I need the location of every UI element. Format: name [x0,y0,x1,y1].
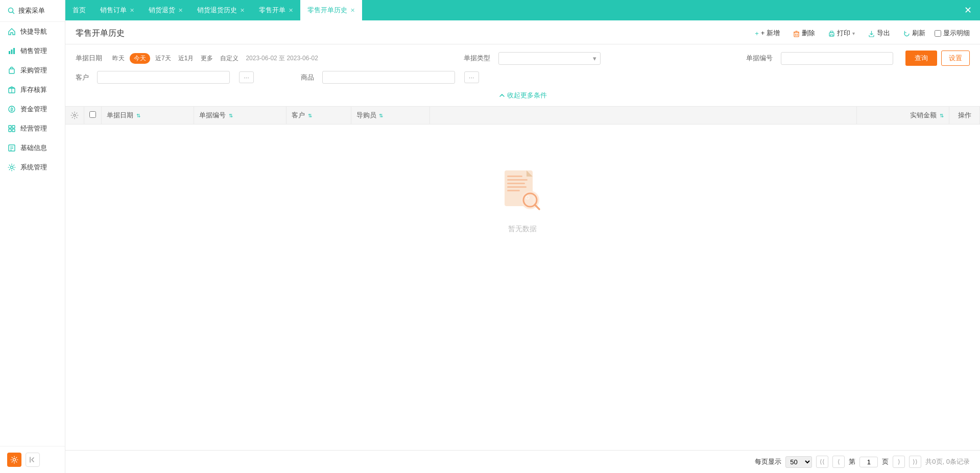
number-filter-input[interactable] [781,52,893,65]
sidebar-item-inventory[interactable]: 库存核算 [0,80,65,99]
sidebar-bottom [0,446,65,473]
svg-rect-27 [830,35,833,36]
tab-sales-return[interactable]: 销货退货 ✕ [141,0,190,20]
svg-point-17 [11,166,13,169]
type-filter-select[interactable] [498,52,601,65]
per-page-select[interactable]: 50 100 200 [785,456,812,468]
goods-filter-input[interactable] [322,71,455,84]
prev-page-button[interactable]: ⟨ [832,456,845,468]
date-btn-7days[interactable]: 近7天 [153,53,173,64]
collapse-sidebar-button[interactable] [26,453,40,467]
add-icon: + [755,30,759,37]
svg-rect-12 [12,129,15,132]
empty-row: 暂无数据 [65,125,980,275]
refresh-label: 刷新 [912,29,925,38]
svg-rect-5 [9,69,14,73]
th-checkbox[interactable] [84,107,102,125]
sidebar-item-quick-nav[interactable]: 快捷导航 [0,22,65,41]
display-detail-checkbox[interactable]: 显示明细 [935,29,970,38]
th-action: 操作 [949,107,980,125]
filter-area: 单据日期 昨天 今天 近7天 近1月 更多 自定义 2023-06-02 至 2… [65,44,980,107]
tab-sales-return-history[interactable]: 销货退货历史 ✕ [190,0,252,20]
first-page-button[interactable]: ⟨⟨ [816,456,828,468]
customer-filter-more-btn[interactable]: ··· [239,71,254,83]
tab-sales-return-close[interactable]: ✕ [178,7,183,14]
sort-date-icon: ⇅ [136,113,140,118]
table-header-row: 单据日期 ⇅ 单据编号 ⇅ 客户 ⇅ 导购员 ⇅ [65,107,980,125]
query-button[interactable]: 查询 [905,51,937,66]
tab-retail-open-label: 零售开单 [259,6,285,15]
print-dropdown-icon: ▾ [852,31,855,36]
sidebar-item-purchase-mgmt[interactable]: 采购管理 [0,61,65,80]
tab-home[interactable]: 首页 [65,0,93,20]
main-content: 首页 销售订单 ✕ 销货退货 ✕ 销货退货历史 ✕ 零售开单 ✕ 零售开单历史 … [65,0,980,473]
date-btn-today[interactable]: 今天 [130,53,150,64]
th-settings[interactable] [65,107,84,125]
th-action-label: 操作 [958,111,971,119]
last-page-button[interactable]: ⟩⟩ [909,456,921,468]
svg-rect-10 [12,126,15,128]
delete-icon [793,29,800,37]
svg-rect-32 [507,183,525,184]
sidebar-search[interactable]: 搜索采单 [0,0,65,22]
sidebar-item-sys-mgmt[interactable]: 系统管理 [0,158,65,177]
select-all-checkbox[interactable] [89,111,96,118]
print-button[interactable]: 打印 ▾ [824,27,859,40]
date-btn-yesterday[interactable]: 昨天 [110,53,127,64]
sidebar-item-ops-mgmt[interactable]: 经营管理 [0,119,65,138]
gear-button[interactable] [7,453,21,467]
sort-guide-icon: ⇅ [379,113,383,118]
page-total: 共0页, 0条记录 [925,457,970,466]
date-btn-custom[interactable]: 自定义 [218,53,241,64]
tab-retail-open-close[interactable]: ✕ [289,7,293,14]
per-page-label: 每页显示 [755,457,781,466]
sort-customer-icon: ⇅ [308,113,312,118]
page-label-2: 页 [882,457,889,466]
svg-rect-31 [507,179,528,181]
th-customer[interactable]: 客户 ⇅ [286,107,351,125]
date-btn-1month[interactable]: 近1月 [176,53,196,64]
add-button[interactable]: + + 新增 [751,27,784,40]
finance-icon [7,105,16,114]
svg-rect-33 [507,186,527,188]
display-detail-input[interactable] [935,30,941,37]
current-page-input[interactable] [859,457,878,467]
window-close-button[interactable]: ✕ [962,5,974,16]
tab-sales-return-history-close[interactable]: ✕ [240,7,245,14]
tab-retail-open[interactable]: 零售开单 ✕ [252,0,300,20]
sidebar-search-label: 搜索采单 [18,6,45,15]
sidebar-label-inventory: 库存核算 [20,85,47,94]
customer-filter-input[interactable] [97,71,230,84]
setting-button[interactable]: 设置 [941,51,970,66]
tab-retail-open-history-close[interactable]: ✕ [350,7,355,14]
filter-row-1: 单据日期 昨天 今天 近7天 近1月 更多 自定义 2023-06-02 至 2… [76,51,970,66]
date-btn-more[interactable]: 更多 [199,53,215,64]
th-number[interactable]: 单据编号 ⇅ [194,107,286,125]
filter-row-2: 客户 ··· 商品 ··· [76,71,970,84]
delete-button[interactable]: 删除 [789,27,819,40]
sidebar: 搜索采单 快捷导航 销售管理 采购管理 [0,0,65,473]
sidebar-item-sales-mgmt[interactable]: 销售管理 [0,41,65,61]
chart-icon [7,46,16,56]
tab-sales-order[interactable]: 销售订单 ✕ [93,0,141,20]
sidebar-item-basic-info[interactable]: 基础信息 [0,138,65,158]
sidebar-label-sys-mgmt: 系统管理 [20,163,47,172]
export-button[interactable]: 导出 [864,27,894,40]
sidebar-label-finance: 资金管理 [20,105,47,114]
th-guide[interactable]: 导购员 ⇅ [351,107,429,125]
customer-filter-label: 客户 [76,73,89,82]
next-page-button[interactable]: ⟩ [893,456,905,468]
ops-icon [7,124,16,133]
svg-rect-30 [507,176,522,177]
goods-filter-more-btn[interactable]: ··· [464,71,479,83]
sidebar-item-finance[interactable]: 资金管理 [0,99,65,119]
tab-retail-open-history[interactable]: 零售开单历史 ✕ [300,0,362,20]
collapse-filter-btn[interactable]: 收起更多条件 [76,89,970,102]
th-date[interactable]: 单据日期 ⇅ [102,107,194,125]
refresh-button[interactable]: 刷新 [899,27,929,40]
collapse-filter-label: 收起更多条件 [507,91,547,100]
svg-rect-4 [13,48,15,54]
th-amount[interactable]: 实销金额 ⇅ [856,107,949,125]
svg-rect-26 [830,31,833,33]
tab-sales-order-close[interactable]: ✕ [130,7,134,14]
